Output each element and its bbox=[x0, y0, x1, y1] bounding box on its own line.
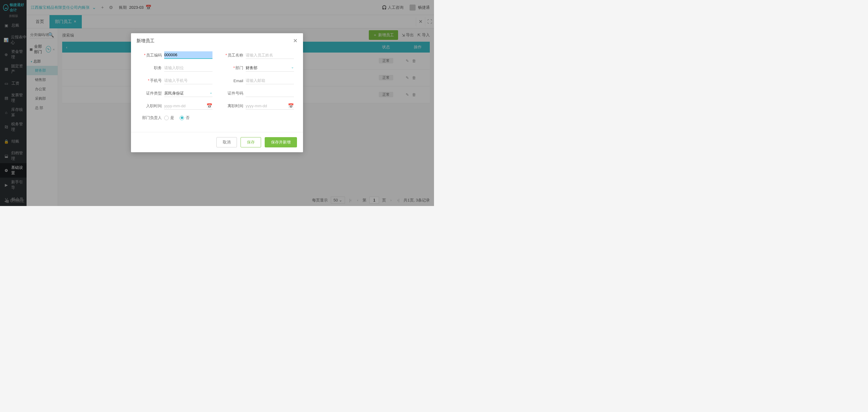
leavedate-input[interactable] bbox=[246, 102, 294, 109]
chevron-down-icon[interactable]: ⌄ bbox=[210, 90, 213, 94]
radio-leader-yes[interactable]: 是 bbox=[164, 115, 174, 120]
idtype-select[interactable] bbox=[164, 90, 213, 97]
employee-name-input[interactable] bbox=[246, 52, 294, 59]
add-employee-modal: 新增员工 ✕ *员工编码 000006 *员工名称 职务 bbox=[131, 33, 303, 152]
email-input[interactable] bbox=[246, 77, 294, 84]
cancel-button[interactable]: 取消 bbox=[216, 137, 237, 147]
position-input[interactable] bbox=[164, 64, 213, 71]
modal-overlay: 新增员工 ✕ *员工编码 000006 *员工名称 职务 bbox=[0, 0, 434, 206]
modal-title: 新增员工 bbox=[136, 38, 155, 44]
calendar-icon[interactable]: 📅 bbox=[207, 103, 213, 109]
dept-select[interactable] bbox=[246, 64, 294, 71]
radio-leader-no[interactable]: 否 bbox=[180, 115, 189, 120]
phone-input[interactable] bbox=[164, 77, 213, 84]
calendar-icon[interactable]: 📅 bbox=[288, 103, 294, 109]
radio-icon bbox=[180, 116, 184, 120]
hiredate-input[interactable] bbox=[164, 102, 213, 109]
radio-icon bbox=[164, 116, 169, 120]
save-button[interactable]: 保存 bbox=[241, 137, 261, 147]
modal-close-icon[interactable]: ✕ bbox=[293, 37, 298, 44]
chevron-down-icon[interactable]: ⌄ bbox=[291, 65, 294, 69]
save-and-new-button[interactable]: 保存并新增 bbox=[265, 137, 297, 147]
employee-code-input[interactable]: 000006 bbox=[164, 51, 213, 58]
idno-input[interactable] bbox=[246, 90, 294, 97]
